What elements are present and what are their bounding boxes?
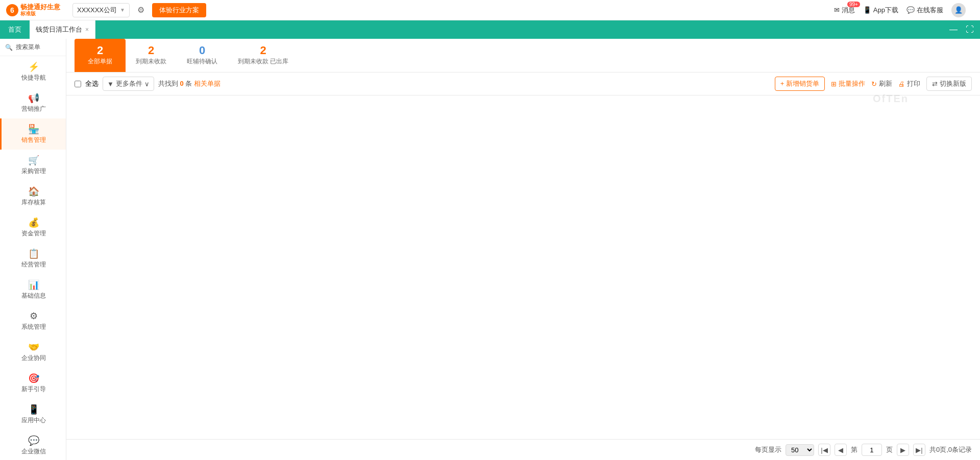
app-download-button[interactable]: 📱 App下载 xyxy=(863,6,898,15)
operations-icon: 📋 xyxy=(28,248,39,259)
print-icon: 🖨 xyxy=(898,80,905,88)
chevron-down-icon: ∨ xyxy=(144,80,150,88)
switch-version-button[interactable]: ⇄ 切换新版 xyxy=(926,77,972,91)
select-all-label: 全选 xyxy=(85,79,99,88)
print-button[interactable]: 🖨 打印 xyxy=(898,79,920,88)
main-layout: 🔍 搜索菜单 ⚡ 快捷导航 📢 营销推广 🏪 销售管理 🛒 采购管理 🏠 库存核… xyxy=(0,39,980,460)
service-label: 在线客服 xyxy=(917,6,943,15)
sidebar-item-label: 系统管理 xyxy=(21,323,46,331)
settings-button[interactable]: ⚙ xyxy=(134,3,148,17)
company-name: XXXXXX公司 xyxy=(77,6,117,15)
maximize-button[interactable]: ⛶ xyxy=(964,23,976,36)
sidebar-item-label: 快捷导航 xyxy=(21,74,46,82)
guide-icon: 🎯 xyxy=(28,373,39,384)
sidebar-item-enterprise[interactable]: 🤝 企业协同 xyxy=(0,336,66,368)
refresh-button[interactable]: ↻ 刷新 xyxy=(871,79,892,88)
filter-label: 更多条件 xyxy=(116,79,142,88)
sidebar-item-sales[interactable]: 🏪 销售管理 xyxy=(0,118,66,150)
inventory-icon: 🏠 xyxy=(28,186,39,197)
app-center-icon: 📱 xyxy=(28,404,39,415)
stat-label-pending: 旺辅待确认 xyxy=(187,57,217,66)
sidebar-item-system[interactable]: ⚙ 系统管理 xyxy=(0,305,66,336)
sidebar-item-label: 营销推广 xyxy=(21,105,46,113)
sidebar-item-basic-info[interactable]: 📊 基础信息 xyxy=(0,274,66,305)
total-info: 共0页,0条记录 xyxy=(929,445,972,454)
page-label-unit: 页 xyxy=(886,445,893,454)
sidebar-item-purchase[interactable]: 🛒 采购管理 xyxy=(0,150,66,181)
logo-main: 畅捷通好生意 xyxy=(20,3,60,11)
refresh-icon: ↻ xyxy=(871,80,877,88)
content-area: 2 全部单据 2 到期未收款 0 旺辅待确认 2 到期未收款 已出库 全选 ▼ … xyxy=(66,39,980,460)
sidebar-item-marketing[interactable]: 📢 营销推广 xyxy=(0,87,66,118)
page-next-button[interactable]: ▶ xyxy=(897,444,909,456)
stat-tab-pending[interactable]: 0 旺辅待确认 xyxy=(177,39,228,72)
tab-bar: 首页 钱货日清工作台 × — ⛶ xyxy=(0,20,980,39)
sidebar-item-label: 基础信息 xyxy=(21,292,46,300)
message-button[interactable]: ✉ 消息 99+ xyxy=(834,6,855,15)
stat-count-overdue-out: 2 xyxy=(260,44,266,57)
sales-icon: 🏪 xyxy=(28,124,39,135)
page-last-button[interactable]: ▶| xyxy=(913,444,925,456)
stat-label-overdue-out: 到期未收款 已出库 xyxy=(238,57,288,66)
avatar[interactable]: 👤 xyxy=(951,3,966,17)
new-sale-button[interactable]: + 新增销货单 xyxy=(775,77,825,91)
message-badge: 99+ xyxy=(847,2,860,7)
service-icon: 💬 xyxy=(906,6,915,14)
stat-count-pending: 0 xyxy=(199,44,205,57)
sidebar-item-app-center[interactable]: 📱 应用中心 xyxy=(0,399,66,430)
marketing-icon: 📢 xyxy=(28,92,39,104)
sidebar-item-label: 资金管理 xyxy=(21,229,46,238)
filter-icon: ▼ xyxy=(107,80,114,88)
sidebar-item-label: 经营管理 xyxy=(21,260,46,269)
sidebar-item-finance[interactable]: 💰 资金管理 xyxy=(0,212,66,243)
system-icon: ⚙ xyxy=(30,310,38,322)
sidebar-item-guide[interactable]: 🎯 新手引导 xyxy=(0,368,66,399)
sidebar-item-quick-nav[interactable]: ⚡ 快捷导航 xyxy=(0,56,66,87)
app-icon: 📱 xyxy=(863,6,871,14)
minimize-button[interactable]: — xyxy=(947,23,960,36)
stat-count-all: 2 xyxy=(97,44,103,57)
sidebar-item-operations[interactable]: 📋 经营管理 xyxy=(0,243,66,274)
stat-count-overdue: 2 xyxy=(148,44,154,57)
purchase-icon: 🛒 xyxy=(28,155,39,166)
tab-close-icon[interactable]: × xyxy=(85,26,89,33)
toolbar: 全选 ▼ 更多条件 ∨ 共找到 0 条 相关单据 + 新增销货单 ⊞ 批量操作 … xyxy=(66,72,980,95)
page-number-input[interactable] xyxy=(862,444,882,456)
sidebar-item-inventory[interactable]: 🏠 库存核算 xyxy=(0,181,66,212)
select-all-checkbox[interactable] xyxy=(75,81,81,87)
page-first-button[interactable]: |◀ xyxy=(818,444,830,456)
tab-home[interactable]: 首页 xyxy=(0,20,30,39)
sidebar-item-label: 新手引导 xyxy=(21,385,46,394)
trial-button[interactable]: 体验行业方案 xyxy=(152,3,206,17)
header-right: ✉ 消息 99+ 📱 App下载 💬 在线客服 👤 xyxy=(834,3,974,17)
basic-info-icon: 📊 xyxy=(28,279,39,290)
tab-work-station[interactable]: 钱货日清工作台 × xyxy=(30,20,95,39)
page-prev-button[interactable]: ◀ xyxy=(835,444,847,456)
enterprise-icon: 🤝 xyxy=(28,342,39,353)
page-size-select[interactable]: 50 20 100 200 xyxy=(786,444,814,456)
tab-label: 钱货日清工作台 xyxy=(36,25,82,34)
stat-tab-overdue-out[interactable]: 2 到期未收款 已出库 xyxy=(228,39,299,72)
switch-icon: ⇄ xyxy=(932,80,938,88)
sidebar-item-label: 库存核算 xyxy=(21,198,46,207)
quick-nav-icon: ⚡ xyxy=(28,61,39,72)
finance-icon: 💰 xyxy=(28,217,39,228)
chevron-down-icon: ▼ xyxy=(120,7,125,13)
sidebar-item-label: 企业协同 xyxy=(21,354,46,362)
logo-text: 畅捷通好生意 标准版 xyxy=(20,3,60,17)
sidebar-item-weixin[interactable]: 💬 企业微信 xyxy=(0,430,66,460)
logo-sub: 标准版 xyxy=(20,11,60,17)
service-button[interactable]: 💬 在线客服 xyxy=(906,6,943,15)
more-filter-button[interactable]: ▼ 更多条件 ∨ xyxy=(103,77,154,91)
company-selector[interactable]: XXXXXX公司 ▼ xyxy=(72,3,130,17)
search-menu[interactable]: 🔍 搜索菜单 xyxy=(0,39,66,56)
weixin-icon: 💬 xyxy=(28,435,39,446)
sidebar-item-label: 销售管理 xyxy=(21,136,46,144)
stat-tab-all[interactable]: 2 全部单据 xyxy=(75,39,126,72)
batch-operation-button[interactable]: ⊞ 批量操作 xyxy=(831,79,865,88)
search-icon: 🔍 xyxy=(5,44,13,51)
pagination: 每页显示 50 20 100 200 |◀ ◀ 第 页 ▶ ▶| 共0页,0条记… xyxy=(66,439,980,460)
sidebar-item-label: 应用中心 xyxy=(21,416,46,425)
found-count: 0 xyxy=(180,80,184,87)
stat-tab-overdue[interactable]: 2 到期未收款 xyxy=(126,39,177,72)
